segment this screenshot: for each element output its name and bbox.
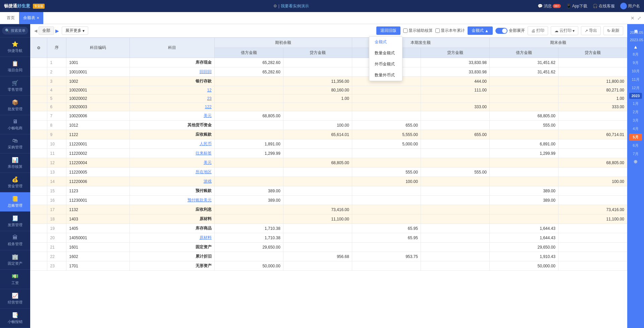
sidebar-item-ledger[interactable]: 📒 总账管理: [0, 192, 30, 212]
left-arrow-icon[interactable]: ◀: [34, 28, 37, 33]
table-row[interactable]: 20 14050001 原材料 1,710.38 65.95 1,644.43: [31, 233, 627, 243]
sidebar-item-salary[interactable]: 💵 工资: [0, 270, 30, 289]
export-btn[interactable]: ↗ 导出: [581, 26, 601, 35]
table-row[interactable]: 6 10020003 122 333.00 333.00: [31, 103, 627, 111]
breadcrumb-arrow-icon[interactable]: ▶: [55, 28, 59, 34]
col-name-header: 科目: [130, 38, 214, 58]
sidebar-item-wholesale[interactable]: 📦 批发管理: [0, 96, 30, 115]
window-max-btn[interactable]: ⤢: [637, 15, 641, 21]
sidebar-item-retail[interactable]: 🛒 零售管理: [0, 76, 30, 96]
cell-name: 美元: [130, 111, 214, 121]
period-year-2023-top[interactable]: 2023.05: [629, 29, 642, 36]
toggle-switch[interactable]: [495, 28, 507, 34]
dropdown-item-quantity-jine[interactable]: 数量金额式: [369, 48, 402, 59]
show-year-check[interactable]: 显示本年累计: [435, 28, 465, 34]
user-btn[interactable]: 用户名: [620, 3, 640, 9]
period-9[interactable]: 9月: [629, 59, 642, 66]
table-row[interactable]: 10 11220001 人民币 1,891.00 5,000.00 6,891.…: [31, 139, 627, 149]
table-row[interactable]: 2 10010001 回回回 65,282.60 33,830.98 31,45…: [31, 67, 627, 77]
sidebar-item-invoice[interactable]: 🧾 发票管理: [0, 212, 30, 231]
expand-all-toggle[interactable]: 全部展开: [495, 28, 525, 34]
table-row[interactable]: 14 11220006 游戏 100.00 100.00: [31, 177, 627, 186]
cell-name: 其他货币资金: [130, 121, 214, 130]
cell-ob-credit: 11,100.00: [283, 214, 352, 224]
period-1[interactable]: 1月: [629, 100, 642, 107]
table-row[interactable]: 4 10020001 12 80,160.00 111.00 80,271.00: [31, 86, 627, 94]
dropdown-item-jine[interactable]: 金额式: [369, 37, 402, 48]
cell-ob-debit: 68,805.00: [214, 111, 283, 121]
cell-code: 1001: [66, 58, 130, 67]
table-row[interactable]: 15 1123 预付账款 389.00 389.00: [31, 186, 627, 196]
cell-ob-credit: [283, 149, 352, 158]
period-3[interactable]: 3月: [629, 117, 642, 124]
period-8[interactable]: 8月: [629, 51, 642, 58]
window-close-btn[interactable]: ✕: [631, 15, 635, 21]
dropdown-item-foreign-jine[interactable]: 外币金额式: [369, 59, 402, 70]
period-10[interactable]: 10月: [629, 68, 642, 75]
tab-balance[interactable]: 余额表 ✕: [19, 12, 44, 24]
cell-ob-credit: [283, 58, 352, 67]
sidebar-item-report[interactable]: 📑 小畅报销: [0, 309, 30, 328]
dropdown-item-quantity-foreign[interactable]: 数量外币式: [369, 70, 402, 81]
table-row[interactable]: 21 1601 固定资产 29,650.00 29,650.00: [31, 243, 627, 252]
period-5[interactable]: 5月: [629, 134, 642, 141]
table-row[interactable]: 12 11220004 美元 68,805.00 68,805.00: [31, 158, 627, 168]
tab-home[interactable]: 首页: [3, 12, 19, 24]
period-4[interactable]: 4月: [629, 125, 642, 132]
period-12[interactable]: 12月: [629, 84, 642, 91]
table-row[interactable]: 16 11230001 预付账款美元 389.00 389.00: [31, 196, 627, 205]
cloud-print-chevron-icon: ▾: [573, 28, 575, 33]
table-row[interactable]: 18 1403 原材料 11,100.00 11,100.00: [31, 214, 627, 224]
cell-code: 11230001: [66, 196, 130, 205]
table-row[interactable]: 11 11220002 往来标签 1,299.99 1,299.99: [31, 149, 627, 158]
sidebar-item-assets[interactable]: 🏢 固定资产: [0, 250, 30, 270]
sidebar-item-purchase[interactable]: 🛍 采购管理: [0, 134, 30, 153]
table-row[interactable]: 1 1001 库存现金 65,282.60 33,830.98 31,451.6…: [31, 58, 627, 67]
app-download-btn[interactable]: 📱 App下载: [566, 3, 587, 9]
period-year-2023-top2[interactable]: 2023.05: [629, 37, 642, 43]
year-checkbox[interactable]: [435, 28, 440, 33]
sidebar-item-nav[interactable]: ⭐ 快捷导航: [0, 38, 30, 57]
message-btn[interactable]: 💬 消息 99+: [538, 3, 560, 9]
online-service-btn[interactable]: 🎧 在线客服: [593, 3, 615, 9]
sidebar-item-project[interactable]: 📋 项目合同: [0, 57, 30, 76]
table-row[interactable]: 5 10020002 23 1.00 1.00: [31, 94, 627, 103]
sidebar-item-finance[interactable]: 💰 资金管理: [0, 173, 30, 192]
mode-btn[interactable]: 金额式 ▲: [468, 26, 493, 35]
period-up-icon[interactable]: ▲: [633, 44, 638, 50]
period-7[interactable]: 7月: [629, 150, 642, 157]
period-6[interactable]: 6月: [629, 142, 642, 149]
print-btn[interactable]: 🖨 打印: [528, 26, 548, 35]
table-row[interactable]: 8 1012 其他货币资金 100.00 655.00 555.00: [31, 121, 627, 130]
table-row[interactable]: 17 1132 应收利息 73,416.00 73,416.00: [31, 205, 627, 214]
sidebar-item-ecommerce[interactable]: 🖥 小畅电商: [0, 115, 30, 134]
aux-checkbox[interactable]: [403, 28, 408, 33]
demo-link[interactable]: 我要看实例演示: [281, 3, 309, 9]
table-row[interactable]: 23 1701 无形资产 50,000.00 50,000.00: [31, 261, 627, 271]
sidebar-item-tax[interactable]: 🏛 税务管理: [0, 231, 30, 250]
table-row[interactable]: 9 1122 应收账款 65,614.01 5,555.00 655.00 60…: [31, 130, 627, 139]
expand-more-btn[interactable]: 展开更多 ▾: [62, 26, 88, 35]
period-2023[interactable]: 2023: [629, 93, 642, 99]
col-cb-debit-header: 借方金额: [489, 48, 558, 58]
table-row[interactable]: 19 1405 库存商品 1,710.38 65.95 1,644.43: [31, 224, 627, 233]
cloud-print-btn[interactable]: ☁ 云打印 ▾: [551, 26, 578, 35]
sidebar-item-inventory[interactable]: 📊 库存核算: [0, 153, 30, 173]
return-old-btn[interactable]: 退回旧版: [376, 26, 400, 35]
tab-close-icon[interactable]: ✕: [37, 16, 39, 20]
show-aux-check[interactable]: 显示辅助核算: [403, 28, 433, 34]
sidebar-item-business[interactable]: 📈 经营管理: [0, 289, 30, 309]
table-row[interactable]: 7 10020006 美元 68,805.00 68,805.00: [31, 111, 627, 121]
breadcrumb-btn[interactable]: 全部: [39, 26, 54, 35]
purchase-icon: 🛍: [12, 138, 18, 144]
refresh-btn[interactable]: ↻ 刷新: [603, 26, 623, 35]
toolbar-dropdown-icon[interactable]: ⚙: [273, 4, 277, 8]
table-row[interactable]: 13 11220005 所在地区 555.00 555.00: [31, 168, 627, 177]
period-11[interactable]: 11月: [629, 76, 642, 83]
period-down-icon[interactable]: ⊕: [634, 159, 638, 164]
cell-ob-debit: [214, 103, 283, 111]
search-menu-btn[interactable]: 🔍 搜索菜单: [2, 27, 28, 35]
period-2[interactable]: 2月: [629, 109, 642, 116]
table-row[interactable]: 3 1002 银行存款 11,356.00 444.00 11,800.00: [31, 77, 627, 86]
table-row[interactable]: 22 1602 累计折旧 956.68 953.75 1,910.43: [31, 252, 627, 261]
